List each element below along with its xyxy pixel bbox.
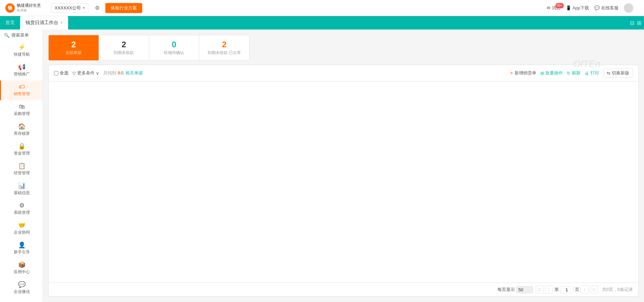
app-download-label: App下载 [573,5,589,11]
pending-label: 旺铺待确认 [156,50,193,56]
user-avatar[interactable] [624,3,633,13]
refresh-label: 刷新 [572,70,581,76]
overdue-shipped-count: 2 [206,40,243,49]
found-text: 共找到 0条 相关单据 [103,70,143,76]
switch-new-version-button[interactable]: ⇆ 切换新版 [603,68,633,78]
purchase-icon: 🛍 [19,104,25,110]
page-size-label: 每页显示 [497,287,515,293]
main-layout: 🔍 搜索菜单 ⚡ 快捷导航 📢 营销推广 🏷 销售管理 🛍 采购管理 🏠 库存核… [0,29,644,302]
current-page-input[interactable] [560,286,574,293]
online-service-button[interactable]: 💬 在线客服 [594,5,619,11]
summary-card-all[interactable]: 2 全部单据 [49,35,99,60]
sidebar-item-operation[interactable]: 📋 经营管理 [0,160,43,179]
sidebar-item-wechat[interactable]: 💬 企业微信 [0,278,43,298]
summary-card-overdue-shipped[interactable]: 2 到期未收款 已出库 [199,35,249,60]
logo-area: 畅 畅捷通好生意 标准版 [5,3,48,13]
sidebar-item-newbie[interactable]: 👤 新手引导 [0,239,43,258]
enterprise-icon: 🤝 [18,222,25,228]
last-page-button[interactable]: ⟩⟩ [590,286,598,294]
app-download-button[interactable]: 📱 App下载 [566,5,589,11]
select-all-input[interactable] [54,71,58,75]
capital-icon: 🔒 [18,143,25,149]
batch-operations-button[interactable]: ⊞ 批量操作 [540,70,563,76]
summary-card-overdue[interactable]: 2 到期未收款 [99,35,149,60]
company-dropdown-arrow: ▼ [82,6,86,10]
sidebar-item-inventory[interactable]: 🏠 库存核算 [0,120,43,140]
content-area: 2 全部单据 2 到期未收款 0 旺铺待确认 2 到期未收款 已出库 [43,29,644,302]
sidebar-item-system[interactable]: ⚙ 系统管理 [0,199,43,219]
tab-close-icon[interactable]: × [60,20,63,25]
toolbar-left: 全选 ▽ 更多条件 ∨ 共找到 0条 相关单据 [54,70,506,76]
sidebar-label-wechat: 企业微信 [14,289,30,295]
pending-count: 0 [156,40,193,49]
basic-info-icon: 📊 [18,183,25,189]
tab-expand-icon[interactable]: ⊞ [637,20,641,26]
found-count: 0 [118,70,120,75]
refresh-button[interactable]: ↻ 刷新 [567,70,581,76]
sidebar-item-basic-info[interactable]: 📊 基础信息 [0,179,43,199]
summary-card-pending[interactable]: 0 旺铺待确认 [149,35,200,60]
tab-minimize-icon[interactable]: ⊟ [630,20,634,26]
related-records-link[interactable]: 相关单据 [125,70,143,75]
sidebar-item-sales[interactable]: 🏷 销售管理 [0,80,43,100]
sidebar-label-app-center: 应用中心 [14,269,30,275]
print-icon: 🖨 [585,71,589,76]
app-logo-icon: 畅 [5,3,15,13]
messages-badge: 99+ [555,3,564,8]
tab-money-daily[interactable]: 钱货日清工作台 × [20,16,68,29]
sidebar-item-member[interactable]: ✦ 畅会员 [0,298,43,302]
new-sales-order-button[interactable]: + 新增销货单 [510,70,536,76]
sidebar-item-app-center[interactable]: 📦 应用中心 [0,258,43,278]
app-download-icon: 📱 [566,5,571,10]
online-service-icon: 💬 [594,5,600,10]
inventory-icon: 🏠 [18,123,25,129]
table-empty-state [49,81,638,182]
sidebar: 🔍 搜索菜单 ⚡ 快捷导航 📢 营销推广 🏷 销售管理 🛍 采购管理 🏠 库存核… [0,29,43,302]
marketing-icon: 📢 [18,64,25,70]
search-menu-label: 搜索菜单 [11,32,29,38]
more-filters-button[interactable]: ▽ 更多条件 ∨ [72,70,99,76]
sidebar-label-operation: 经营管理 [14,170,30,176]
filter-label: 更多条件 [77,70,95,76]
batch-label: 批量操作 [545,70,563,76]
sidebar-label-newbie: 新手引导 [14,249,30,255]
newbie-icon: 👤 [18,242,25,248]
top-header: 畅 畅捷通好生意 标准版 XXXXXX公司 ▼ ⚙ 体验行业方案 ✉ 消息 99… [0,0,644,16]
pagination-bar: 每页显示 20 50 100 ⟨⟨ ⟨ 第 页 ⟩ ⟩⟩ 共0页，0条记录 [48,283,639,297]
next-page-button[interactable]: ⟩ [581,286,589,294]
tab-money-daily-label: 钱货日清工作台 [25,20,58,26]
tab-home-label: 首页 [5,20,15,26]
all-label: 全部单据 [55,50,92,56]
refresh-icon: ↻ [567,71,571,76]
sidebar-item-capital[interactable]: 🔒 资金管理 [0,140,43,160]
sidebar-item-quick-nav[interactable]: ⚡ 快捷导航 [0,41,43,61]
sidebar-label-capital: 资金管理 [14,150,30,156]
filter-arrow: ∨ [96,71,99,76]
trial-button[interactable]: 体验行业方案 [105,3,142,13]
sidebar-item-enterprise[interactable]: 🤝 企业协同 [0,219,43,239]
search-icon: 🔍 [4,33,9,38]
company-selector[interactable]: XXXXXX公司 ▼ [51,3,89,13]
prev-page-button[interactable]: ⟨ [545,286,553,294]
tab-home[interactable]: 首页 [0,16,20,29]
sales-icon: 🏷 [19,84,25,90]
table-section: 全选 ▽ 更多条件 ∨ 共找到 0条 相关单据 + 新增销货单 [48,65,639,297]
system-icon: ⚙ [19,202,24,208]
toolbar-right: + 新增销货单 ⊞ 批量操作 ↻ 刷新 🖨 打印 [510,68,633,78]
sidebar-label-basic-info: 基础信息 [14,190,30,196]
messages-button[interactable]: ✉ 消息 99+ [547,5,560,11]
search-menu-button[interactable]: 🔍 搜索菜单 [0,29,43,41]
page-size-dropdown[interactable]: 20 50 100 [516,286,533,293]
sidebar-item-marketing[interactable]: 📢 营销推广 [0,61,43,80]
sidebar-item-purchase[interactable]: 🛍 采购管理 [0,100,43,120]
overdue-label: 到期未收款 [106,50,142,56]
print-button[interactable]: 🖨 打印 [585,70,599,76]
print-label: 打印 [590,70,599,76]
batch-icon: ⊞ [540,71,544,76]
tab-bar-actions: ⊟ ⊞ [630,20,644,26]
first-page-button[interactable]: ⟨⟨ [536,286,544,294]
plus-icon: + [510,70,513,76]
sidebar-label-purchase: 采购管理 [14,111,30,117]
select-all-checkbox[interactable]: 全选 [54,70,68,76]
settings-button[interactable]: ⚙ [92,3,103,13]
